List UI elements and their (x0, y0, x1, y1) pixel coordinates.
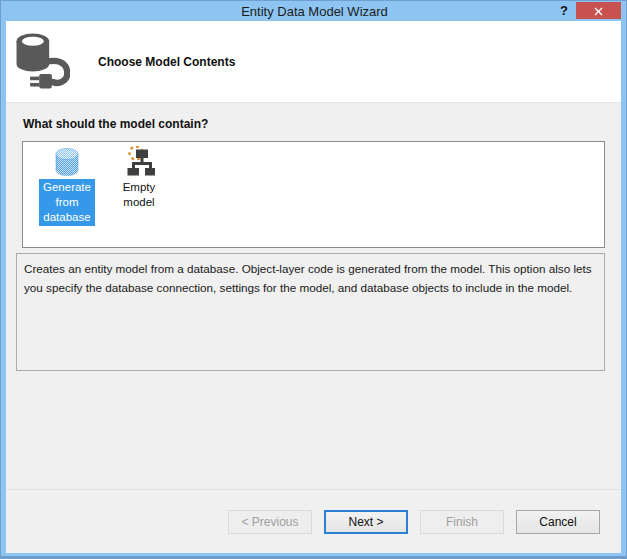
next-button[interactable]: Next > (324, 510, 408, 534)
window-title: Entity Data Model Wizard (1, 2, 627, 21)
model-contents-listbox[interactable]: Generate from database (22, 141, 605, 248)
step-title: Choose Model Contents (98, 21, 235, 103)
option-generate-from-database[interactable]: Generate from database (38, 146, 96, 226)
question-label: What should the model contain? (23, 117, 208, 131)
option-label-generate-from-database[interactable]: Generate from database (39, 179, 95, 226)
option-empty-model[interactable]: Empty model (100, 146, 178, 211)
database-plug-icon (12, 31, 70, 95)
close-icon (594, 2, 603, 20)
help-button[interactable]: ? (553, 1, 575, 20)
empty-model-icon (123, 146, 155, 178)
option-label-empty-model[interactable]: Empty model (111, 179, 167, 211)
finish-button[interactable]: Finish (420, 510, 504, 534)
wizard-button-row: < Previous Next > Finish Cancel (228, 510, 600, 534)
footer-divider (6, 489, 621, 490)
titlebar: Entity Data Model Wizard ? (1, 1, 627, 21)
entity-data-model-wizard-window: Entity Data Model Wizard ? (0, 0, 627, 559)
previous-button[interactable]: < Previous (228, 510, 312, 534)
cancel-button[interactable]: Cancel (516, 510, 600, 534)
option-description: Creates an entity model from a database.… (16, 253, 605, 371)
close-button[interactable] (576, 2, 621, 19)
wizard-header: Choose Model Contents (6, 21, 621, 103)
database-icon (51, 146, 83, 178)
dialog-body: Choose Model Contents What should the mo… (6, 21, 621, 553)
